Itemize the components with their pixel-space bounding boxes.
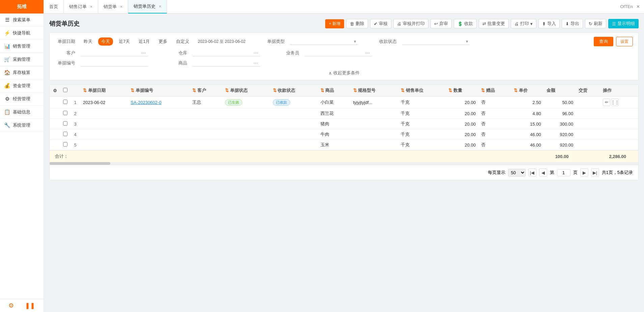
date-btn-today[interactable]: 今天 bbox=[98, 37, 113, 46]
last-page-button[interactable]: ▶| bbox=[591, 168, 599, 177]
tab-sales-delivery[interactable]: 销货单 × bbox=[98, 0, 128, 14]
page-label: 第 bbox=[550, 170, 554, 176]
sidebar-item-purchase-mgmt[interactable]: 🛒 采购管理 bbox=[0, 53, 44, 66]
sidebar-collapse-icon[interactable]: ❚❚ bbox=[25, 302, 35, 309]
tab-sales-order-close[interactable]: × bbox=[90, 4, 92, 9]
first-page-button[interactable]: |◀ bbox=[528, 168, 536, 177]
col-gear[interactable]: ⚙ bbox=[50, 85, 60, 97]
col-price[interactable]: ⇅ 单价 bbox=[511, 85, 544, 97]
batch-change-button[interactable]: ⇄ 批量变更 bbox=[479, 19, 509, 28]
tab-home[interactable]: 首页 bbox=[44, 0, 64, 14]
row-doc-no[interactable] bbox=[128, 108, 190, 119]
row-checkbox[interactable] bbox=[63, 132, 67, 136]
refresh-button[interactable]: ↻ 刷新 bbox=[585, 19, 606, 28]
sidebar-item-basic-info[interactable]: 📋 基础信息 bbox=[0, 106, 44, 119]
col-unit[interactable]: ⇅ 销售单位 bbox=[398, 85, 446, 97]
page-number-input[interactable]: 1 bbox=[557, 169, 570, 176]
row-gear bbox=[50, 119, 60, 129]
print-button[interactable]: 🖨 打印 ▾ bbox=[511, 19, 536, 28]
sidebar-item-ops-mgmt[interactable]: ⚙ 经营管理 bbox=[0, 93, 44, 106]
date-btn-yesterday[interactable]: 昨天 bbox=[81, 37, 95, 46]
row-checkbox[interactable] bbox=[63, 100, 67, 104]
row-tx bbox=[576, 108, 600, 119]
more-action-btn[interactable]: ⋮⋮ bbox=[611, 99, 619, 106]
select-all-checkbox[interactable] bbox=[63, 88, 67, 92]
date-btn-1month[interactable]: 近1月 bbox=[136, 37, 153, 46]
approve-print-button[interactable]: 🖨 审核并打印 bbox=[393, 19, 428, 28]
sidebar-item-quick-nav[interactable]: ⚡ 快捷导航 bbox=[0, 27, 44, 40]
new-button[interactable]: + 新增 bbox=[325, 19, 344, 28]
collapse-button[interactable]: ∧ 收起更多条件 bbox=[55, 70, 633, 76]
row-checkbox-cell[interactable] bbox=[60, 108, 70, 119]
sidebar-item-sys-mgmt[interactable]: 🔧 系统管理 bbox=[0, 119, 44, 132]
horizontal-scrollbar[interactable] bbox=[50, 162, 638, 165]
settings-button[interactable]: 设置 bbox=[616, 37, 633, 46]
customer-input[interactable] bbox=[81, 50, 141, 56]
col-checkbox[interactable] bbox=[60, 85, 70, 97]
col-collect-status[interactable]: ⇅ 收款状态 bbox=[270, 85, 318, 97]
row-checkbox[interactable] bbox=[63, 142, 67, 147]
warehouse-input[interactable] bbox=[193, 50, 253, 56]
col-doc-no[interactable]: ⇅ 单据编号 bbox=[128, 85, 190, 97]
sidebar-logo: 拓维 bbox=[0, 0, 44, 14]
row-doc-no[interactable] bbox=[128, 119, 190, 129]
sidebar-item-inventory-calc[interactable]: 🏠 库存核算 bbox=[0, 66, 44, 79]
row-checkbox-cell[interactable] bbox=[60, 140, 70, 150]
collect-button[interactable]: 💲 收款 bbox=[454, 19, 477, 28]
purchase-mgmt-icon: 🛒 bbox=[4, 56, 10, 62]
warehouse-dots-icon[interactable]: ··· bbox=[253, 50, 258, 56]
export-button[interactable]: ⬇ 导出 bbox=[562, 19, 583, 28]
col-qty[interactable]: ⇅ 数量 bbox=[446, 85, 478, 97]
scroll-thumb[interactable] bbox=[50, 162, 110, 165]
show-details-button[interactable]: ☰ 显示明细 bbox=[608, 19, 639, 28]
date-btn-7days[interactable]: 近7天 bbox=[116, 37, 133, 46]
next-page-button[interactable]: ▶ bbox=[580, 168, 588, 177]
topbar-close-icon[interactable]: ✕ bbox=[636, 4, 640, 9]
row-checkbox-cell[interactable] bbox=[60, 97, 70, 108]
sidebar-item-sales-mgmt[interactable]: 📊 销售管理 bbox=[0, 40, 44, 53]
prev-page-button[interactable]: ◀ bbox=[539, 168, 547, 177]
customer-dots-icon[interactable]: ··· bbox=[141, 50, 146, 56]
row-gift: 否 bbox=[478, 119, 511, 129]
col-goods[interactable]: ⇅ 商品 bbox=[318, 85, 351, 97]
row-checkbox[interactable] bbox=[63, 111, 67, 115]
date-btn-more[interactable]: 更多 bbox=[156, 37, 170, 46]
sidebar-settings-icon[interactable]: ⚙ bbox=[8, 302, 14, 309]
sidebar-item-search-menu[interactable]: ☰ 搜索菜单 bbox=[0, 14, 44, 27]
refresh-icon: ↻ bbox=[589, 21, 592, 26]
tab-sales-history[interactable]: 销货单历史 × bbox=[128, 0, 167, 14]
collect-status-select[interactable]: ▾ bbox=[402, 38, 470, 45]
col-date[interactable]: ⇅ 单据日期 bbox=[80, 85, 128, 97]
doc-no-link[interactable]: SA-20230602-0 bbox=[131, 100, 161, 105]
tab-sales-history-close[interactable]: × bbox=[159, 4, 161, 9]
col-doc-status[interactable]: ⇅ 单据状态 bbox=[222, 85, 270, 97]
tab-sales-order-label: 销售订单 bbox=[69, 4, 87, 10]
staff-dots-icon[interactable]: ··· bbox=[365, 50, 370, 56]
col-spec[interactable]: ⇅ 规格型号 bbox=[351, 85, 398, 97]
col-num bbox=[70, 85, 80, 97]
edit-action-btn[interactable]: ✏ bbox=[603, 99, 610, 106]
row-doc-no[interactable]: SA-20230602-0 bbox=[128, 97, 190, 108]
date-btn-custom[interactable]: 自定义 bbox=[173, 37, 192, 46]
tab-sales-delivery-close[interactable]: × bbox=[120, 4, 122, 9]
col-gift[interactable]: ⇅ 赠品 bbox=[478, 85, 511, 97]
doc-num-input[interactable] bbox=[81, 60, 148, 67]
staff-input[interactable] bbox=[305, 50, 365, 56]
approve-button[interactable]: ✔ 审核 bbox=[370, 19, 391, 28]
delete-button[interactable]: 🗑 删除 bbox=[346, 19, 368, 28]
goods-input[interactable] bbox=[193, 60, 253, 66]
tab-sales-order[interactable]: 销售订单 × bbox=[64, 0, 98, 14]
row-checkbox-cell[interactable] bbox=[60, 129, 70, 140]
per-page-select[interactable]: 50 100 200 bbox=[508, 169, 526, 177]
import-button[interactable]: ⬆ 导入 bbox=[538, 19, 560, 28]
doc-type-select[interactable]: ▾ bbox=[290, 38, 358, 45]
abandon-button[interactable]: ↩ 弃审 bbox=[430, 19, 452, 28]
goods-dots-icon[interactable]: ··· bbox=[253, 60, 258, 66]
row-doc-no[interactable] bbox=[128, 129, 190, 140]
row-checkbox-cell[interactable] bbox=[60, 119, 70, 129]
sidebar-item-fund-mgmt[interactable]: 💰 资金管理 bbox=[0, 79, 44, 93]
col-customer[interactable]: ⇅ 客户 bbox=[190, 85, 222, 97]
row-checkbox[interactable] bbox=[63, 121, 67, 126]
query-button[interactable]: 查询 bbox=[594, 37, 613, 46]
row-doc-no[interactable] bbox=[128, 140, 190, 150]
